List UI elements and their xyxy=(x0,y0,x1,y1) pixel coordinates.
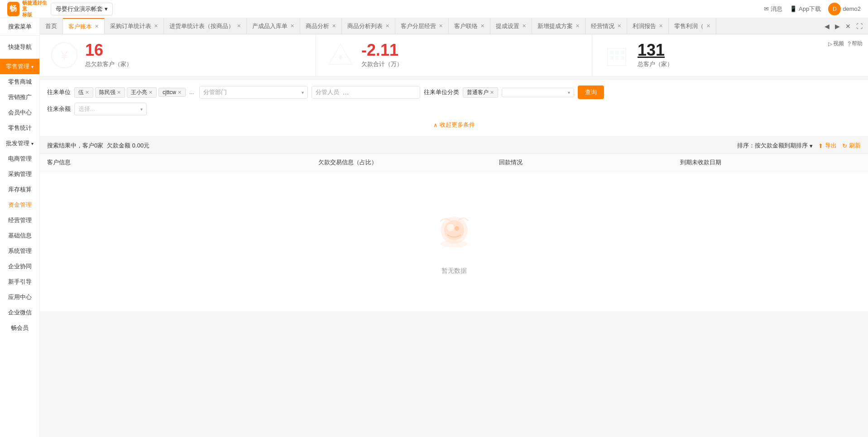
dept-select[interactable]: 分管部门 ▾ xyxy=(199,86,308,99)
tab-close-icon[interactable]: ✕ xyxy=(706,23,710,29)
tab-close-icon[interactable]: ✕ xyxy=(522,23,526,29)
stat-card-debt: ✦ -2.11 欠款合计（万） xyxy=(316,34,592,76)
remove-tag-1-button[interactable]: ✕ xyxy=(85,90,89,95)
sidebar-item-operations[interactable]: 经营管理 xyxy=(0,213,39,228)
sidebar-search[interactable]: 搜索菜单 xyxy=(0,18,39,36)
sidebar-item-basic-info[interactable]: 基础信息 xyxy=(0,228,39,243)
tab-close-icon[interactable]: ✕ xyxy=(480,23,484,29)
sidebar-item-wholesale[interactable]: 批发管理 ▾ xyxy=(0,136,39,151)
tab-close-icon[interactable]: ✕ xyxy=(617,23,621,29)
filter-tag-4[interactable]: cjttcw ✕ xyxy=(158,88,186,97)
tab-close-icon[interactable]: ✕ xyxy=(154,23,158,29)
debt-icon: ✦ xyxy=(327,42,354,69)
remove-tag-3-button[interactable]: ✕ xyxy=(149,90,153,95)
tab-operations-status[interactable]: 经营情况 ✕ xyxy=(585,18,627,34)
remove-tag-2-button[interactable]: ✕ xyxy=(117,90,121,95)
sidebar-item-app-center[interactable]: 应用中心 xyxy=(0,290,39,305)
tab-profit-report[interactable]: 利润报告 ✕ xyxy=(627,18,669,34)
app-download-button[interactable]: 📱 App下载 xyxy=(790,5,821,13)
col-due-date: 到期未收款日期 xyxy=(680,158,861,166)
sidebar-item-finance[interactable]: 资金管理 xyxy=(0,197,39,213)
tab-close-icon[interactable]: ✕ xyxy=(290,23,294,29)
sidebar-item-marketing[interactable]: 营销推广 xyxy=(0,90,39,105)
tab-next-button[interactable]: ▶ xyxy=(833,22,842,31)
unit-class-tag[interactable]: 普通客户 ✕ xyxy=(463,87,498,98)
tab-purchase-order-stats[interactable]: 采购订单统计表 ✕ xyxy=(105,18,164,34)
tab-home[interactable]: 首页 xyxy=(40,18,63,34)
export-icon: ⬆ xyxy=(818,142,823,149)
filter-tag-2[interactable]: 陈民强 ✕ xyxy=(95,87,125,98)
refresh-button[interactable]: ↻ 刷新 xyxy=(842,142,861,150)
tab-product-analysis[interactable]: 商品分析 ✕ xyxy=(300,18,342,34)
sidebar-item-member-plus[interactable]: 畅会员 xyxy=(0,320,39,336)
svg-text:✦: ✦ xyxy=(337,52,345,62)
logo-text: 畅捷通好生意 标版 xyxy=(22,0,47,18)
tab-new-boost-plan[interactable]: 新增提成方案 ✕ xyxy=(532,18,585,34)
sidebar-item-enterprise[interactable]: 企业协同 xyxy=(0,259,39,274)
sidebar-quick-nav[interactable]: 快捷导航 xyxy=(0,36,39,59)
tab-close-icon[interactable]: ✕ xyxy=(659,23,663,29)
download-icon: 📱 xyxy=(790,5,797,12)
chevron-up-icon: ∧ xyxy=(433,122,438,128)
table-header: 客户信息 欠款交易信息（占比） 回款情况 到期未收款日期 xyxy=(40,154,868,171)
tab-boost-settings[interactable]: 提成设置 ✕ xyxy=(490,18,532,34)
tab-fullscreen-button[interactable]: ⛶ xyxy=(854,22,864,31)
sidebar-item-sys-mgmt[interactable]: 系统管理 xyxy=(0,243,39,259)
tab-close-all-button[interactable]: ✕ xyxy=(844,22,853,31)
sidebar-item-quick-nav[interactable]: 快捷导航 xyxy=(0,39,39,55)
chevron-down-icon: ▾ xyxy=(140,107,143,112)
remove-tag-4-button[interactable]: ✕ xyxy=(177,90,182,95)
amount-select[interactable]: 选择... ▾ xyxy=(74,103,147,115)
filter-tag-3[interactable]: 王小亮 ✕ xyxy=(127,87,157,98)
tab-close-icon[interactable]: ✕ xyxy=(95,24,99,29)
sidebar-item-retail-stats[interactable]: 零售统计 xyxy=(0,120,39,136)
tab-close-icon[interactable]: ✕ xyxy=(439,23,443,29)
stat-label-customers: 总欠款客户（家） xyxy=(85,60,132,68)
tab-close-icon[interactable]: ✕ xyxy=(385,23,389,29)
empty-text: 暂无数据 xyxy=(441,267,467,275)
play-icon: ▷ xyxy=(828,41,832,47)
messages-button[interactable]: ✉ 消息 xyxy=(764,5,782,13)
top-header: 畅 畅捷通好生意 标版 母婴行业演示帐套 ▾ ✉ 消息 📱 App下载 D de… xyxy=(0,0,868,18)
sort-select[interactable]: 排序：按欠款金额到期排序 ▾ xyxy=(737,142,813,150)
sort-label: 排序：按欠款金额到期排序 xyxy=(737,142,808,150)
sidebar-item-retail-mall[interactable]: 零售商城 xyxy=(0,74,39,90)
tab-prev-button[interactable]: ◀ xyxy=(823,22,831,31)
tab-customer-contact[interactable]: 客户联络 ✕ xyxy=(449,18,490,34)
tab-retail-profit[interactable]: 零售利润（ ✕ xyxy=(669,18,716,34)
sidebar-item-enterprise-wechat[interactable]: 企业微信 xyxy=(0,305,39,320)
more-tags-button[interactable]: ... xyxy=(187,88,196,96)
sidebar-item-member[interactable]: 会员中心 xyxy=(0,105,39,120)
stat-content-customers: 16 总欠款客户（家） xyxy=(85,42,132,68)
stat-label-total: 总客户（家） xyxy=(638,60,673,68)
remove-unit-class-tag-button[interactable]: ✕ xyxy=(490,90,494,95)
tab-close-icon[interactable]: ✕ xyxy=(237,23,241,29)
help-button[interactable]: ? 帮助 xyxy=(848,40,863,48)
sidebar-item-newbie[interactable]: 新手引导 xyxy=(0,274,39,290)
video-help-button[interactable]: ▷ 视频 xyxy=(828,40,844,48)
user-avatar-button[interactable]: D demo2 xyxy=(828,3,861,15)
sidebar-item-retail-mgmt[interactable]: 零售管理 ▾ xyxy=(0,59,39,74)
tab-close-icon[interactable]: ✕ xyxy=(575,23,580,29)
tab-close-icon[interactable]: ✕ xyxy=(332,23,336,29)
tab-product-instock[interactable]: 产成品入库单 ✕ xyxy=(247,18,300,34)
col-repayment: 回款情况 xyxy=(499,158,680,166)
svg-point-15 xyxy=(455,226,459,231)
person-more-button[interactable]: ... xyxy=(341,88,350,96)
tab-customer-segment[interactable]: 客户分层经营 ✕ xyxy=(395,18,449,34)
sidebar-item-ecommerce[interactable]: 电商管理 xyxy=(0,151,39,166)
tab-purchase-instock-stats[interactable]: 进货单统计表（按商品） ✕ xyxy=(164,18,247,34)
chevron-down-icon: ▾ xyxy=(810,142,813,149)
sidebar-item-purchase[interactable]: 采购管理 xyxy=(0,166,39,182)
sidebar: 搜索菜单 快捷导航 零售管理 ▾ 零售商城 营销推广 会员中心 零售统计 批发管… xyxy=(0,18,40,437)
company-select[interactable]: 母婴行业演示帐套 ▾ xyxy=(51,3,113,15)
filter-tag-1[interactable]: 伍 ✕ xyxy=(74,87,93,98)
tab-customer-book[interactable]: 客户账本 ✕ xyxy=(63,18,105,34)
person-select[interactable]: 分管人员 ... xyxy=(312,86,420,99)
sidebar-item-inventory[interactable]: 库存核算 xyxy=(0,182,39,197)
unit-class-select[interactable]: ▾ xyxy=(502,88,574,97)
collapse-button[interactable]: ∧ 收起更多条件 xyxy=(47,119,861,131)
tab-product-analysis-list[interactable]: 商品分析列表 ✕ xyxy=(342,18,395,34)
query-button[interactable]: 查询 xyxy=(578,86,604,99)
export-button[interactable]: ⬆ 导出 xyxy=(818,142,837,150)
